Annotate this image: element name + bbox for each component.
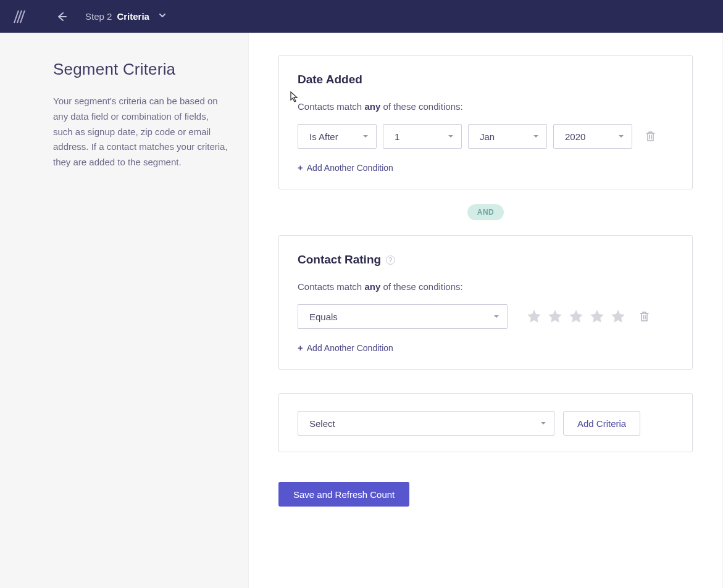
page-body: Segment Criteria Your segment's criteria… bbox=[0, 33, 723, 588]
match-prefix: Contacts match bbox=[298, 101, 364, 112]
month-value: Jan bbox=[480, 131, 495, 142]
star-icon[interactable] bbox=[610, 308, 626, 325]
and-pill: AND bbox=[467, 204, 504, 220]
plus-icon: + bbox=[298, 162, 303, 173]
delete-condition-button[interactable] bbox=[643, 130, 657, 143]
star-icon[interactable] bbox=[547, 308, 563, 325]
sidebar: Segment Criteria Your segment's criteria… bbox=[0, 33, 248, 588]
back-arrow-icon[interactable] bbox=[56, 10, 68, 23]
condition-row: Equals bbox=[298, 304, 674, 329]
card-title: Contact Rating ? bbox=[298, 253, 674, 267]
add-criteria-label: Add Criteria bbox=[577, 418, 626, 429]
caret-down-icon bbox=[362, 135, 369, 138]
criteria-card-contact-rating: Contact Rating ? Contacts match any of t… bbox=[278, 235, 693, 370]
help-icon[interactable]: ? bbox=[386, 255, 395, 265]
page-title: Segment Criteria bbox=[53, 60, 230, 79]
step-name-label: Criteria bbox=[117, 11, 149, 22]
delete-condition-button[interactable] bbox=[637, 310, 651, 323]
operator-value: Is After bbox=[309, 131, 338, 142]
condition-row: Is After 1 Jan 2020 bbox=[298, 124, 674, 149]
and-connector: AND bbox=[278, 204, 693, 220]
year-select[interactable]: 2020 bbox=[553, 124, 632, 149]
star-icon[interactable] bbox=[526, 308, 542, 325]
match-conditions-text: Contacts match any of these conditions: bbox=[298, 281, 674, 292]
chevron-down-icon bbox=[158, 11, 167, 22]
star-icon[interactable] bbox=[568, 308, 584, 325]
match-prefix: Contacts match bbox=[298, 281, 364, 292]
card-title: Date Added bbox=[298, 73, 674, 86]
step-number-label: Step 2 bbox=[85, 11, 112, 22]
rating-operator-select[interactable]: Equals bbox=[298, 304, 508, 329]
operator-value: Equals bbox=[309, 312, 338, 322]
add-condition-button[interactable]: + Add Another Condition bbox=[298, 162, 674, 173]
match-any-word: any bbox=[364, 281, 380, 292]
operator-select[interactable]: Is After bbox=[298, 124, 377, 149]
caret-down-icon bbox=[493, 315, 499, 318]
card-title-text: Contact Rating bbox=[298, 253, 381, 267]
match-suffix: of these conditions: bbox=[380, 101, 462, 112]
add-condition-button[interactable]: + Add Another Condition bbox=[298, 342, 674, 353]
month-select[interactable]: Jan bbox=[468, 124, 547, 149]
match-conditions-text: Contacts match any of these conditions: bbox=[298, 101, 674, 112]
caret-down-icon bbox=[448, 135, 454, 138]
breadcrumb[interactable]: Step 2 Criteria bbox=[85, 11, 167, 22]
criteria-card-date-added: Date Added Contacts match any of these c… bbox=[278, 55, 693, 189]
topbar: Step 2 Criteria bbox=[0, 0, 723, 33]
logo-icon bbox=[12, 9, 26, 24]
save-button[interactable]: Save and Refresh Count bbox=[278, 482, 409, 507]
match-any-word: any bbox=[364, 101, 380, 112]
main-content: Date Added Contacts match any of these c… bbox=[248, 33, 723, 588]
criteria-field-select[interactable]: Select bbox=[298, 411, 554, 436]
caret-down-icon bbox=[618, 135, 624, 138]
page-description: Your segment's criteria can be based on … bbox=[53, 94, 230, 170]
plus-icon: + bbox=[298, 342, 303, 353]
day-value: 1 bbox=[395, 131, 399, 142]
select-placeholder: Select bbox=[309, 418, 335, 429]
match-suffix: of these conditions: bbox=[380, 281, 462, 292]
rating-stars[interactable] bbox=[526, 308, 626, 325]
star-icon[interactable] bbox=[589, 308, 605, 325]
add-condition-label: Add Another Condition bbox=[307, 343, 393, 353]
add-criteria-row: Select Add Criteria bbox=[298, 411, 674, 436]
caret-down-icon bbox=[540, 421, 546, 425]
year-value: 2020 bbox=[565, 131, 585, 142]
caret-down-icon bbox=[533, 135, 539, 138]
save-button-label: Save and Refresh Count bbox=[293, 489, 395, 500]
add-condition-label: Add Another Condition bbox=[307, 163, 393, 173]
day-select[interactable]: 1 bbox=[383, 124, 462, 149]
add-criteria-card: Select Add Criteria bbox=[278, 393, 693, 452]
add-criteria-button[interactable]: Add Criteria bbox=[563, 411, 640, 436]
